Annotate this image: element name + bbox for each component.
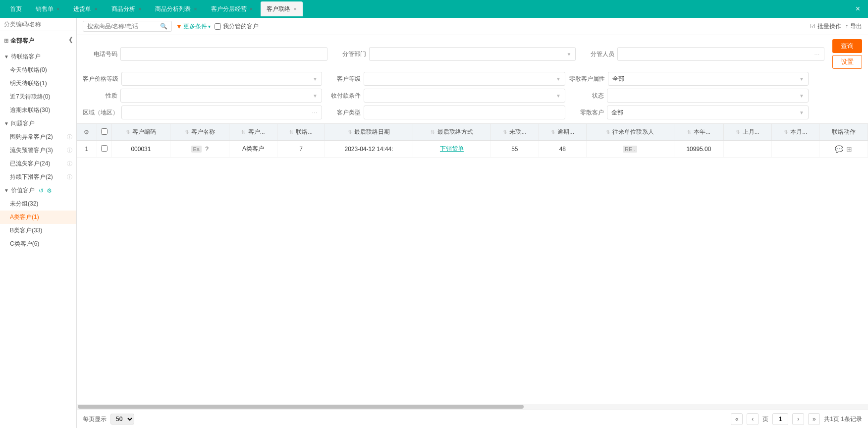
phone-label: 电话号码 [83,50,117,58]
nav-product-analysis-list[interactable]: 商品分析列表 × [149,1,203,16]
nav-product-analysis-list-close[interactable]: × [194,6,197,12]
first-page-btn[interactable]: « [731,413,743,425]
per-page-select[interactable]: 50 [110,414,134,425]
last-method-link[interactable]: 下销货单 [440,145,464,152]
comment-icon[interactable]: 💬 [835,145,843,153]
sidebar-group-value-header[interactable]: ▼ 价值客户 ↺ ⚙ [0,184,76,197]
collapse-icon[interactable]: 《 [65,36,72,45]
close-all-tabs[interactable]: × [852,4,864,13]
price-level-select[interactable]: ▼ [121,72,322,86]
table-settings-icon[interactable]: ⚙ [84,129,89,136]
nav-purchase[interactable]: 进货单 × [67,1,103,16]
row-last-method[interactable]: 下销货单 [413,141,490,158]
nav-product-analysis-list-label: 商品分析列表 [155,5,191,13]
sidebar-item-a-class[interactable]: A类客户(1) [0,211,76,224]
row-checkbox[interactable] [101,145,108,152]
nav-customer-contact-close[interactable]: × [293,6,296,12]
content-area: 🔍 ▼ 更多条件 ▾ 我分管的客户 ☑ 批量操作 ↑ 导出 [77,18,868,428]
my-customers-check[interactable]: 我分管的客户 [215,22,259,31]
refresh-icon[interactable]: ↺ [39,187,44,194]
arrow-icon-8: ▼ [799,110,804,115]
manager-input[interactable]: ··· [617,47,824,61]
chevron-down-icon: ▾ [208,24,211,29]
horizontal-scrollbar[interactable] [77,404,868,410]
region-input[interactable]: ··· [121,106,322,119]
department-select[interactable]: ▼ [369,47,576,61]
nav-customer-contact[interactable]: 客户联络 × [261,1,302,16]
sidebar-item-tomorrow[interactable]: 明天待联络(1) [0,77,76,90]
last-page-btn[interactable]: » [808,413,820,425]
export-btn[interactable]: ↑ 导出 [845,22,862,31]
sidebar-group-waiting-label: 待联络客户 [11,53,41,61]
sidebar-item-today[interactable]: 今天待联络(0) [0,63,76,77]
nav-customer-segment-close[interactable]: × [250,6,253,12]
nav-sales-label: 销售单 [36,5,54,13]
a-class-label: A类客户(1) [10,213,72,221]
filter-search-icon[interactable]: 🔍 [160,23,167,30]
b-class-label: B类客户(33) [10,226,72,235]
settings-icon[interactable]: ⚙ [47,187,52,194]
name-col-label: 客户名称 [191,128,215,135]
scatter-customer-select[interactable]: 全部▼ [607,106,809,119]
region-label: 区域（地区） [83,108,118,117]
settings-button[interactable]: 设置 [832,55,862,69]
nav-customer-segment[interactable]: 客户分层经营 × [205,1,259,16]
this-month-col-label: 本月... [790,128,807,135]
grid-action-icon[interactable]: ⊞ [846,145,852,153]
nav-purchase-label: 进货单 [73,5,91,13]
checkbox-col-header [97,124,111,141]
query-button[interactable]: 查询 [832,39,862,53]
nav-home[interactable]: 首页 [4,1,28,16]
sidebar-item-7days[interactable]: 近7天待联络(0) [0,90,76,104]
info-icon-2: ⓘ [67,147,72,154]
sidebar-item-churned[interactable]: 已流失客户(24) ⓘ [0,157,76,170]
payment-select[interactable]: ▼ [364,89,565,103]
batch-ops-btn[interactable]: ☑ 批量操作 [810,22,841,31]
filter-search-input[interactable] [87,23,158,30]
nav-product-analysis[interactable]: 商品分析 × [106,1,147,16]
nav-sales-close[interactable]: × [56,6,59,12]
status-select[interactable]: ▼ [607,89,809,103]
filter-department: 分管部门 ▼ [331,47,576,61]
page-label: 页 [762,415,768,424]
unit-contact-badge: RE . [623,146,637,153]
7days-label: 近7天待联络(0) [10,93,72,101]
sidebar-group-waiting-header[interactable]: ▼ 待联络客户 [0,50,76,63]
sidebar-search-input[interactable] [4,21,77,28]
sidebar-item-declining[interactable]: 持续下滑客户(2) ⓘ [0,170,76,184]
my-customers-checkbox[interactable] [215,23,221,30]
sidebar-section-all: ⊞ 全部客户 《 [0,31,76,50]
sidebar-item-abnormal[interactable]: 囤购异常客户(2) ⓘ [0,130,76,144]
uncontacted-col-label: 未联... [509,128,526,135]
prev-page-btn[interactable]: ‹ [747,413,759,425]
next-page-btn[interactable]: › [792,413,804,425]
sidebar-item-b-class[interactable]: B类客户(33) [0,224,76,237]
row-overdue: 48 [539,141,587,158]
select-all-checkbox[interactable] [101,128,108,135]
last-method-col-header: ⇅ 最后联络方式 [413,124,490,141]
row-contacts: 7 [277,141,325,158]
phone-input[interactable] [120,47,327,61]
arrow-icon-4: ▼ [799,76,804,82]
nav-sales[interactable]: 销售单 × [30,1,65,16]
sidebar-item-overdue[interactable]: 逾期未联络(30) [0,104,76,117]
sort-icon-9: ⇅ [606,129,610,135]
page-input[interactable] [772,413,788,425]
sidebar-item-unclassified[interactable]: 未分组(32) [0,197,76,211]
sidebar-all-customers[interactable]: ⊞ 全部客户 《 [0,33,76,48]
scrollbar-thumb[interactable] [78,405,524,409]
scatter-attr-select[interactable]: 全部▼ [608,72,809,86]
more-conditions-btn[interactable]: ▼ 更多条件 ▾ [176,22,211,31]
sidebar-item-churn-warning[interactable]: 流失预警客户(3) ⓘ [0,144,76,157]
customer-type-input[interactable] [364,106,565,119]
sort-icon-11: ⇅ [736,129,740,135]
sidebar-item-c-class[interactable]: C类客户(6) [0,237,76,251]
nav-product-analysis-close[interactable]: × [138,6,141,12]
row-num: 1 [77,141,97,158]
nature-select[interactable]: ▼ [120,89,322,103]
filter-scatter-customer: 零散客户 全部▼ [569,106,809,119]
sidebar-group-problem-header[interactable]: ▼ 问题客户 [0,117,76,130]
filter-status: 状态 ▼ [569,89,809,103]
nav-purchase-close[interactable]: × [94,6,97,12]
customer-level-select[interactable]: ▼ [364,72,565,86]
